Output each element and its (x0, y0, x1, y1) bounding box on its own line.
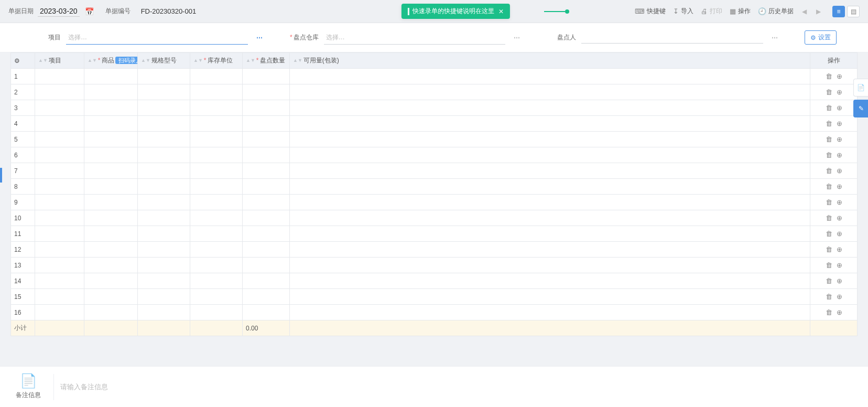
close-icon[interactable]: ✕ (498, 8, 504, 15)
cell-unit[interactable] (190, 132, 243, 147)
cell-spec[interactable] (138, 305, 190, 320)
cell-spec[interactable] (138, 289, 190, 305)
add-row-icon[interactable]: ⊕ (837, 72, 842, 80)
cell-product[interactable] (84, 84, 138, 100)
add-row-icon[interactable]: ⊕ (837, 198, 842, 206)
cell-avail[interactable] (290, 179, 810, 195)
cell-project[interactable] (35, 84, 84, 100)
cell-unit[interactable] (190, 242, 243, 258)
cell-unit[interactable] (190, 179, 243, 195)
header-qty[interactable]: ▲▼*盘点数量 (243, 53, 290, 69)
view-card-button[interactable]: ▤ (847, 6, 860, 17)
history-button[interactable]: 🕘 历史单据 (758, 7, 794, 16)
delete-row-icon[interactable]: 🗑 (826, 88, 832, 96)
cell-avail[interactable] (290, 210, 810, 226)
table-row[interactable]: 4🗑⊕ (11, 116, 858, 132)
cell-product[interactable] (84, 273, 138, 289)
table-row[interactable]: 13🗑⊕ (11, 258, 858, 273)
cell-spec[interactable] (138, 273, 190, 289)
table-row[interactable]: 11🗑⊕ (11, 226, 858, 242)
table-row[interactable]: 15🗑⊕ (11, 289, 858, 305)
add-row-icon[interactable]: ⊕ (837, 214, 842, 222)
cell-product[interactable] (84, 289, 138, 305)
project-more-icon[interactable]: ⋯ (256, 34, 263, 41)
cell-avail[interactable] (290, 163, 810, 179)
header-avail[interactable]: ▲▼可用量(包装) (290, 53, 810, 69)
add-row-icon[interactable]: ⊕ (837, 230, 842, 238)
add-row-icon[interactable]: ⊕ (837, 88, 842, 96)
cell-qty[interactable] (243, 116, 290, 132)
cell-spec[interactable] (138, 132, 190, 147)
cell-spec[interactable] (138, 258, 190, 273)
settings-button[interactable]: ⚙ 设置 (805, 30, 837, 45)
side-tab-edit[interactable]: ✎ (853, 100, 868, 117)
cell-spec[interactable] (138, 242, 190, 258)
cell-product[interactable] (84, 210, 138, 226)
cell-avail[interactable] (290, 116, 810, 132)
cell-project[interactable] (35, 289, 84, 305)
cell-spec[interactable] (138, 69, 190, 84)
calendar-icon[interactable]: 📅 (85, 7, 94, 16)
cell-product[interactable] (84, 258, 138, 273)
cell-product[interactable] (84, 195, 138, 210)
delete-row-icon[interactable]: 🗑 (826, 120, 832, 127)
add-row-icon[interactable]: ⊕ (837, 293, 842, 301)
add-row-icon[interactable]: ⊕ (837, 308, 842, 316)
cell-product[interactable] (84, 100, 138, 116)
cell-project[interactable] (35, 273, 84, 289)
table-row[interactable]: 14🗑⊕ (11, 273, 858, 289)
cell-unit[interactable] (190, 147, 243, 163)
cell-qty[interactable] (243, 305, 290, 320)
delete-row-icon[interactable]: 🗑 (826, 293, 832, 301)
cell-product[interactable] (84, 305, 138, 320)
cell-spec[interactable] (138, 116, 190, 132)
cell-product[interactable] (84, 226, 138, 242)
remark-input[interactable] (60, 383, 859, 391)
add-row-icon[interactable]: ⊕ (837, 104, 842, 112)
shortcut-button[interactable]: ⌨ 快捷键 (635, 7, 666, 16)
cell-project[interactable] (35, 147, 84, 163)
delete-row-icon[interactable]: 🗑 (826, 214, 832, 222)
cell-unit[interactable] (190, 116, 243, 132)
table-row[interactable]: 12🗑⊕ (11, 242, 858, 258)
cell-spec[interactable] (138, 226, 190, 242)
cell-spec[interactable] (138, 210, 190, 226)
delete-row-icon[interactable]: 🗑 (826, 167, 832, 175)
cell-spec[interactable] (138, 84, 190, 100)
cell-project[interactable] (35, 100, 84, 116)
cell-project[interactable] (35, 242, 84, 258)
cell-project[interactable] (35, 69, 84, 84)
cell-product[interactable] (84, 163, 138, 179)
cell-avail[interactable] (290, 226, 810, 242)
cell-avail[interactable] (290, 100, 810, 116)
cell-unit[interactable] (190, 305, 243, 320)
cell-avail[interactable] (290, 273, 810, 289)
cell-qty[interactable] (243, 273, 290, 289)
cell-avail[interactable] (290, 258, 810, 273)
cell-spec[interactable] (138, 163, 190, 179)
table-row[interactable]: 9🗑⊕ (11, 195, 858, 210)
cell-product[interactable] (84, 242, 138, 258)
cell-product[interactable] (84, 179, 138, 195)
header-project[interactable]: ▲▼项目 (35, 53, 84, 69)
scan-input-tag[interactable]: 扫码录入 (115, 57, 138, 64)
header-product[interactable]: ▲▼*商品扫码录入 (84, 53, 138, 69)
cell-qty[interactable] (243, 242, 290, 258)
delete-row-icon[interactable]: 🗑 (826, 135, 832, 143)
cell-spec[interactable] (138, 179, 190, 195)
cell-project[interactable] (35, 163, 84, 179)
warehouse-more-icon[interactable]: ⋯ (514, 34, 520, 41)
view-list-button[interactable]: ≡ (832, 6, 845, 17)
add-row-icon[interactable]: ⊕ (837, 261, 842, 269)
cell-spec[interactable] (138, 100, 190, 116)
cell-qty[interactable] (243, 210, 290, 226)
add-row-icon[interactable]: ⊕ (837, 245, 842, 253)
cell-spec[interactable] (138, 147, 190, 163)
cell-avail[interactable] (290, 69, 810, 84)
operate-button[interactable]: ▦ 操作 (730, 7, 751, 16)
next-doc-arrow[interactable]: ▶ (815, 8, 822, 15)
cell-project[interactable] (35, 195, 84, 210)
delete-row-icon[interactable]: 🗑 (826, 151, 832, 159)
cell-product[interactable] (84, 69, 138, 84)
date-value[interactable]: 2023-03-20 (38, 6, 80, 17)
